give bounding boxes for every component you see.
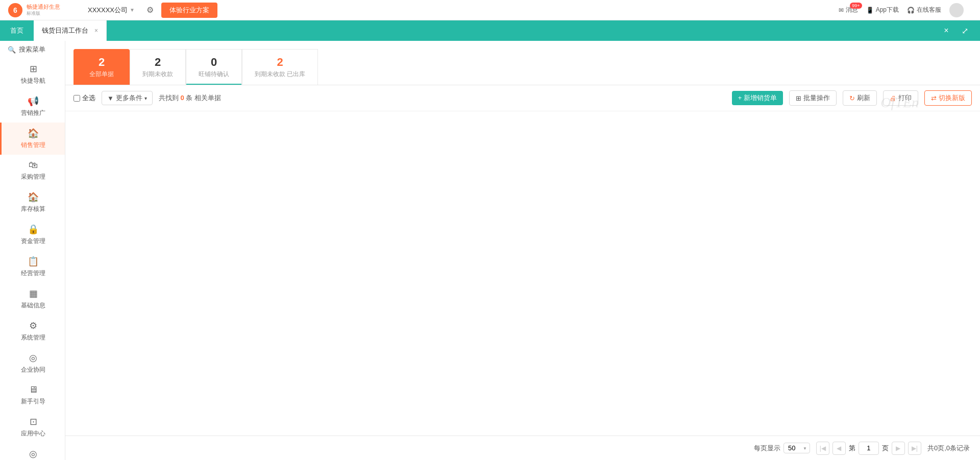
chevron-down-icon: ▼ [130, 7, 135, 13]
last-page-button[interactable]: ▶| [908, 442, 921, 455]
filter-icon: ▼ [107, 94, 114, 102]
chevron-filter-icon: ▾ [144, 95, 147, 101]
header-right: ✉ 消息 99+ 📱 App下载 🎧 在线客服 [839, 3, 972, 17]
sidebar-label-enterprise: 企业协同 [21, 366, 45, 374]
sidebar-item-enterprise[interactable]: ◎ 企业协同 [0, 347, 65, 379]
content-inner: 2 全部单据 2 到期未收款 0 旺铺待确认 2 到期未收款 已出库 [65, 41, 980, 460]
tab-close-icon[interactable]: × [94, 27, 98, 34]
marketing-icon: 📢 [28, 95, 39, 107]
stat-count-overdue-out: 2 [255, 56, 305, 69]
sidebar-item-capital[interactable]: 🔒 资金管理 [0, 219, 65, 251]
switch-version-button[interactable]: ⇄ 切换新版 [924, 90, 972, 106]
search-icon: 🔍 [8, 46, 16, 54]
sidebar-item-system[interactable]: ⚙ 系统管理 [0, 315, 65, 347]
page-size-select[interactable]: 10 20 50 100 [783, 443, 810, 453]
sidebar-item-guide[interactable]: 🖥 新手引导 [0, 379, 65, 411]
add-sale-button[interactable]: + 新增销货单 [732, 91, 783, 105]
stat-tab-overdue[interactable]: 2 到期未收款 [130, 49, 186, 85]
capital-icon: 🔒 [28, 224, 39, 235]
online-service-button[interactable]: 🎧 在线客服 [907, 6, 941, 14]
sidebar-item-app-center[interactable]: ⊡ 应用中心 [0, 411, 65, 443]
stat-tab-all[interactable]: 2 全部单据 [74, 49, 130, 85]
toolbar: 全选 ▼ 更多条件 ▾ 共找到 0 条 相关单据 + 新增销货单 [65, 85, 980, 111]
tab-qianhuoriqing[interactable]: 钱货日清工作台 × [34, 20, 107, 41]
sidebar-item-inventory[interactable]: 🏠 库存核算 [0, 186, 65, 219]
sidebar: 🔍 搜索菜单 ⊞ 快捷导航 📢 营销推广 🏠 销售管理 🛍 采购管理 🏠 库存核… [0, 41, 65, 460]
message-icon: ✉ [839, 7, 844, 14]
app-download-button[interactable]: 📱 App下载 [866, 6, 899, 14]
stat-tab-pending[interactable]: 0 旺铺待确认 [186, 49, 242, 85]
sidebar-item-base-info[interactable]: ▦ 基础信息 [0, 283, 65, 315]
quick-nav-icon: ⊞ [30, 63, 37, 75]
stat-label-pending: 旺铺待确认 [199, 70, 229, 79]
sidebar-item-sales[interactable]: 🏠 销售管理 [0, 123, 65, 155]
main-layout: 🔍 搜索菜单 ⊞ 快捷导航 📢 营销推广 🏠 销售管理 🛍 采购管理 🏠 库存核… [0, 41, 980, 460]
prev-page-button[interactable]: ◀ [832, 442, 846, 455]
total-info: 共0页,0条记录 [927, 444, 970, 453]
switch-icon: ⇄ [931, 94, 937, 102]
avatar[interactable] [949, 3, 964, 17]
page-suffix: 页 [882, 444, 889, 453]
sidebar-label-inventory: 库存核算 [21, 205, 45, 213]
sidebar-item-enterprise-wx[interactable]: ◎ 企业微信 [0, 443, 65, 460]
top-header: 6 畅捷通好生意 标准版 XXXXXX公司 ▼ ⚙ 体验行业方案 ✉ 消息 99… [0, 0, 980, 20]
page-size-wrapper: 10 20 50 100 [783, 443, 810, 453]
pagination-controls: |◀ ◀ 第 页 ▶ ▶| [816, 442, 921, 455]
sidebar-label-capital: 资金管理 [21, 237, 45, 246]
sidebar-label-guide: 新手引导 [21, 397, 45, 406]
inventory-icon: 🏠 [28, 191, 39, 203]
toolbar-left: 全选 ▼ 更多条件 ▾ 共找到 0 条 相关单据 [74, 91, 221, 105]
logo-text-area: 畅捷通好生意 标准版 [27, 3, 60, 17]
company-name: XXXXXX公司 [88, 6, 128, 15]
batch-icon: ⊞ [796, 94, 801, 102]
stat-count-pending: 0 [199, 56, 229, 69]
logo-icon: 6 [8, 3, 22, 17]
select-all-label: 全选 [82, 93, 95, 103]
settings-button[interactable]: ⚙ [143, 3, 157, 17]
filter-button[interactable]: ▼ 更多条件 ▾ [102, 91, 153, 105]
found-text: 共找到 0 条 相关单据 [159, 93, 221, 103]
sidebar-item-quick-nav[interactable]: ⊞ 快捷导航 [0, 58, 65, 90]
stat-count-overdue: 2 [142, 56, 173, 69]
tab-home[interactable]: 首页 [0, 20, 34, 41]
page-input[interactable] [859, 442, 879, 455]
sales-icon: 🏠 [28, 128, 39, 139]
experience-button[interactable]: 体验行业方案 [161, 3, 217, 18]
print-button[interactable]: 🖨 打印 [883, 90, 918, 106]
sidebar-item-marketing[interactable]: 📢 营销推广 [0, 90, 65, 123]
stat-label-overdue-out: 到期未收款 已出库 [255, 70, 305, 79]
tab-bar: 首页 钱货日清工作台 × × ⤢ [0, 20, 980, 41]
window-expand-button[interactable]: ⤢ [958, 23, 972, 38]
sidebar-label-system: 系统管理 [21, 333, 45, 342]
found-suffix: 相关单据 [194, 94, 221, 102]
per-page-label: 每页显示 [754, 444, 780, 453]
found-unit: 条 [186, 94, 192, 102]
sidebar-item-purchase[interactable]: 🛍 采购管理 [0, 155, 65, 186]
sidebar-label-app-center: 应用中心 [21, 429, 45, 438]
stat-tab-overdue-out[interactable]: 2 到期未收款 已出库 [242, 49, 318, 85]
message-button[interactable]: ✉ 消息 99+ [839, 6, 858, 14]
sidebar-search[interactable]: 🔍 搜索菜单 [0, 41, 65, 58]
first-page-button[interactable]: |◀ [816, 442, 829, 455]
found-count: 0 [181, 94, 184, 102]
sidebar-item-operation[interactable]: 📋 经营管理 [0, 251, 65, 283]
next-page-button[interactable]: ▶ [892, 442, 905, 455]
filter-label: 更多条件 [116, 93, 142, 103]
company-selector[interactable]: XXXXXX公司 ▼ [84, 4, 139, 17]
print-label: 打印 [898, 93, 912, 103]
stats-tabs: 2 全部单据 2 到期未收款 0 旺铺待确认 2 到期未收款 已出库 [65, 41, 980, 85]
refresh-button[interactable]: ↻ 刷新 [843, 90, 877, 106]
toolbar-right: + 新增销货单 ⊞ 批量操作 ↻ 刷新 🖨 打印 ⇄ [732, 90, 972, 106]
window-close-button[interactable]: × [939, 23, 953, 38]
batch-operation-button[interactable]: ⊞ 批量操作 [789, 90, 837, 106]
select-all-input[interactable] [74, 95, 80, 102]
operation-icon: 📋 [28, 256, 39, 267]
system-icon: ⚙ [29, 320, 37, 331]
print-icon: 🖨 [890, 94, 896, 102]
select-all-checkbox[interactable]: 全选 [74, 93, 95, 103]
sidebar-label-purchase: 采购管理 [21, 173, 45, 181]
stat-label-overdue: 到期未收款 [142, 70, 173, 79]
sidebar-label-quick-nav: 快捷导航 [21, 77, 45, 85]
download-icon: 📱 [866, 7, 874, 14]
sidebar-label-sales: 销售管理 [21, 141, 45, 150]
